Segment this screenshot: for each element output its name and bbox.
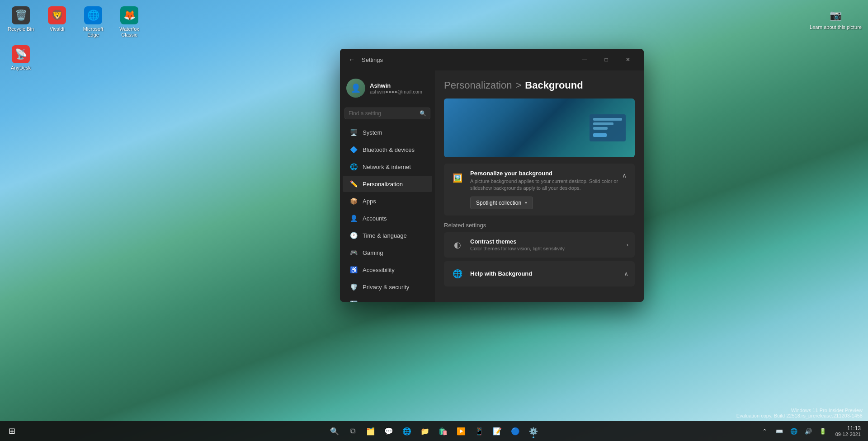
background-preview: [444, 99, 635, 157]
system-icon: 🖥️: [349, 128, 358, 137]
sidebar-item-label: Windows Update: [363, 301, 407, 302]
sidebar-item-network[interactable]: 🌐 Network & internet: [343, 159, 432, 175]
maximize-button[interactable]: □: [596, 52, 617, 67]
watermark-line2: Evaluation copy. Build 22518.rs_prerelea…: [736, 413, 863, 418]
title-bar-left: ← Settings: [345, 53, 383, 66]
dropdown-value: Spotlight collection: [476, 200, 521, 206]
desktop-icon-anydesk[interactable]: 📡 AnyDesk: [5, 43, 37, 73]
sidebar-item-personalization[interactable]: ✏️ Personalization: [343, 176, 432, 192]
breadcrumb-separator: >: [515, 80, 521, 91]
sidebar: 👤 Ashwin ashwin●●●●@mail.com 🔍 🖥️ System…: [340, 70, 435, 302]
sidebar-item-system[interactable]: 🖥️ System: [343, 124, 432, 141]
user-profile[interactable]: 👤 Ashwin ashwin●●●●@mail.com: [340, 74, 435, 102]
help-title: Help with Background: [470, 270, 532, 277]
clock-area[interactable]: 11:13 09-12-2021: [832, 424, 864, 438]
personalize-text: Personalize your background A picture ba…: [470, 170, 620, 192]
sidebar-item-label: Apps: [363, 198, 376, 205]
taskbar-explorer-icon[interactable]: 📁: [417, 423, 433, 439]
sidebar-item-apps[interactable]: 📦 Apps: [343, 193, 432, 209]
system-tray: ⌃ ⌨️ 🌐 🔊 🔋: [759, 425, 829, 437]
taskbar-store-icon[interactable]: 🛍️: [435, 423, 451, 439]
taskbar-settings-icon[interactable]: ⚙️: [525, 423, 542, 439]
edge-label: Microsoft Edge: [79, 26, 108, 38]
taskbar-center: 🔍 ⧉ 🗂️ 💬 🌐 📁 🛍️ ▶️ 📱 📝 🔵 ⚙️: [326, 423, 542, 439]
contrast-themes-text: Contrast themes Color themes for low vis…: [470, 238, 621, 251]
desktop-icon-recycle-bin[interactable]: 🗑️ Recycle Bin: [5, 5, 37, 40]
desktop-icon-row-1: 🗑️ Recycle Bin 🦁 Vivaldi 🌐 Microsoft Edg…: [5, 5, 146, 40]
tray-keyboard-icon[interactable]: ⌨️: [773, 425, 786, 437]
anydesk-icon: 📡: [12, 45, 30, 63]
desktop-icon-edge[interactable]: 🌐 Microsoft Edge: [77, 5, 109, 40]
vivaldi-icon: 🦁: [48, 6, 66, 24]
sidebar-item-label: Network & internet: [363, 164, 411, 170]
tray-battery-icon[interactable]: 🔋: [816, 425, 829, 437]
windows-update-icon: 🔄: [349, 300, 358, 302]
sidebar-item-time[interactable]: 🕐 Time & language: [343, 227, 432, 244]
preview-line-3: [593, 127, 608, 130]
taskbar-notepad-icon[interactable]: 📝: [489, 423, 505, 439]
taskbar-teams-icon[interactable]: 💬: [381, 423, 397, 439]
sidebar-item-label: System: [363, 129, 382, 136]
contrast-themes-icon: ◐: [450, 238, 465, 252]
preview-line-2: [593, 122, 613, 125]
sidebar-item-label: Accessibility: [363, 267, 395, 273]
breadcrumb-parent: Personalization: [444, 80, 512, 91]
taskbar-right: ⌃ ⌨️ 🌐 🔊 🔋 11:13 09-12-2021: [759, 424, 864, 438]
taskbar-chrome-icon[interactable]: 🔵: [507, 423, 524, 439]
sidebar-item-label: Gaming: [363, 249, 383, 256]
accessibility-icon: ♿: [349, 265, 358, 274]
search-input[interactable]: [349, 110, 420, 117]
sidebar-item-accounts[interactable]: 👤 Accounts: [343, 210, 432, 226]
sidebar-item-label: Bluetooth & devices: [363, 146, 415, 153]
window-controls: — □ ✕: [574, 52, 638, 67]
search-box[interactable]: 🔍: [344, 108, 430, 119]
taskbar-media-icon[interactable]: ▶️: [453, 423, 469, 439]
help-icon: 🌐: [450, 267, 465, 281]
contrast-themes-item[interactable]: ◐ Contrast themes Color themes for low v…: [444, 232, 635, 258]
taskbar-task-view-icon[interactable]: ⧉: [344, 423, 361, 439]
taskbar-edge-icon[interactable]: 🌐: [399, 423, 415, 439]
learn-about-label: Learn about this picture: [810, 24, 862, 30]
breadcrumb-current: Background: [525, 80, 583, 91]
user-name: Ashwin: [370, 82, 422, 89]
sidebar-item-gaming[interactable]: 🎮 Gaming: [343, 244, 432, 261]
personalize-description: A picture background applies to your cur…: [470, 178, 620, 192]
clock-date: 09-12-2021: [835, 432, 861, 437]
start-button[interactable]: ⊞: [4, 423, 20, 439]
windows-logo-icon: ⊞: [9, 426, 15, 436]
sidebar-item-privacy[interactable]: 🛡️ Privacy & security: [343, 279, 432, 295]
desktop-icon-vivaldi[interactable]: 🦁 Vivaldi: [41, 5, 73, 40]
personalize-icon: 🖼️: [450, 171, 465, 185]
user-info: Ashwin ashwin●●●●@mail.com: [370, 82, 422, 94]
help-item-left: 🌐 Help with Background: [450, 267, 532, 281]
taskbar-phone-link-icon[interactable]: 📱: [471, 423, 487, 439]
close-button[interactable]: ✕: [618, 52, 638, 67]
help-with-background[interactable]: 🌐 Help with Background ∧: [444, 261, 635, 286]
chevron-down-icon[interactable]: ∧: [624, 270, 628, 277]
desktop-icon-row-2: 📡 AnyDesk: [5, 43, 146, 73]
privacy-icon: 🛡️: [349, 282, 358, 291]
background-type-dropdown[interactable]: Spotlight collection ▾: [470, 197, 533, 209]
network-icon: 🌐: [349, 162, 358, 171]
taskbar: ⊞ 🔍 ⧉ 🗂️ 💬 🌐 📁 🛍️ ▶️ 📱 📝 🔵 ⚙️ ⌃ ⌨️ 🌐 🔊 🔋…: [0, 421, 868, 441]
sidebar-item-bluetooth[interactable]: 🔷 Bluetooth & devices: [343, 141, 432, 158]
taskbar-widgets-icon[interactable]: 🗂️: [363, 423, 379, 439]
chevron-up-icon[interactable]: ∧: [620, 170, 628, 181]
minimize-button[interactable]: —: [574, 52, 595, 67]
sidebar-item-label: Accounts: [363, 215, 387, 222]
sidebar-item-accessibility[interactable]: ♿ Accessibility: [343, 262, 432, 278]
tray-caret-icon[interactable]: ⌃: [759, 425, 771, 437]
tray-network-icon[interactable]: 🌐: [788, 425, 800, 437]
taskbar-search-icon[interactable]: 🔍: [326, 423, 343, 439]
gaming-icon: 🎮: [349, 248, 358, 257]
sidebar-item-windows-update[interactable]: 🔄 Windows Update: [343, 296, 432, 302]
learn-about-icon: 📷: [827, 6, 845, 24]
preview-line-1: [593, 118, 622, 121]
desktop-icon-waterfox[interactable]: 🦊 Waterfox Classic: [113, 5, 146, 40]
personalization-icon: ✏️: [349, 179, 358, 188]
recycle-bin-icon: 🗑️: [12, 6, 30, 24]
tray-volume-icon[interactable]: 🔊: [802, 425, 815, 437]
window-body: 👤 Ashwin ashwin●●●●@mail.com 🔍 🖥️ System…: [340, 70, 644, 302]
back-button[interactable]: ←: [345, 53, 358, 66]
learn-about-picture[interactable]: 📷 Learn about this picture: [808, 5, 863, 32]
